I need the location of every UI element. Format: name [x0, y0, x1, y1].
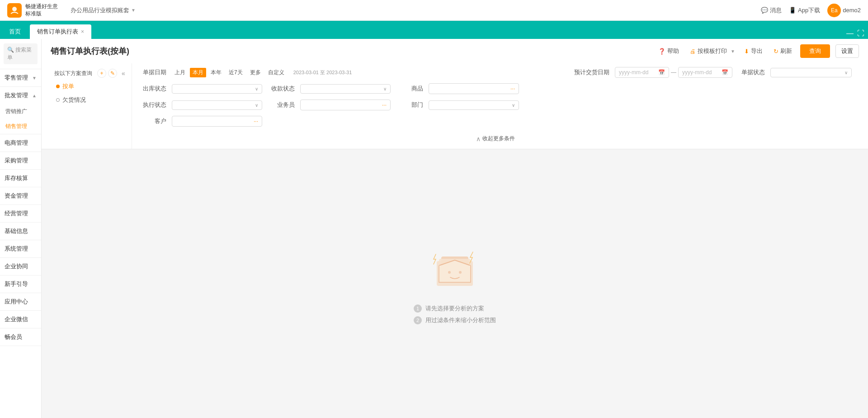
- filter-nav-item-stock[interactable]: 欠货情况: [51, 93, 132, 107]
- sidebar-section-finance-header[interactable]: 资金管理: [0, 187, 41, 204]
- sidebar-section-basic: 基础信息: [0, 223, 41, 240]
- help-button[interactable]: ❓ 帮助: [656, 45, 682, 57]
- sidebar-section-guide-header[interactable]: 新手引导: [0, 276, 41, 293]
- page-title: 销售订单执行表(按单): [51, 46, 129, 57]
- sidebar-section-ecommerce-header[interactable]: 电商管理: [0, 134, 41, 152]
- page-content: 销售订单执行表(按单) ❓ 帮助 🖨 按模板打印 ▼ ⬇: [42, 39, 868, 418]
- dept-select-arrow-icon: ∨: [512, 103, 515, 108]
- date-tab-custom[interactable]: 自定义: [265, 68, 287, 77]
- main-layout: 🔍 搜索菜单 零售管理 ▼ 批发管理 ▲ 营销推广 销售管理: [0, 39, 868, 418]
- tab-minimize-button[interactable]: —: [846, 30, 854, 37]
- tab-maximize-button[interactable]: ⛶: [857, 30, 864, 37]
- empty-state: 1 请先选择要分析的方案 2 用过滤条件来缩小分析范围: [414, 243, 496, 324]
- export-button[interactable]: ⬇ 导出: [741, 45, 765, 57]
- svg-point-4: [448, 271, 451, 274]
- logo-area: 畅捷通好生意 标准版: [7, 3, 58, 18]
- sidebar-section-basic-header[interactable]: 基础信息: [0, 223, 41, 240]
- sidebar-section-wechat-header[interactable]: 企业微信: [0, 311, 41, 328]
- message-icon: 💬: [761, 7, 768, 14]
- salesperson-filter-label: 业务员: [268, 101, 295, 109]
- delivery-status-label: 出库状态: [139, 85, 166, 93]
- payment-status-select[interactable]: ∨: [300, 84, 391, 94]
- print-button[interactable]: 🖨 按模板打印: [687, 45, 730, 57]
- payment-select-arrow-icon: ∨: [383, 86, 387, 91]
- customer-filter-label: 客户: [139, 117, 166, 125]
- date-tab-this-month[interactable]: 本月: [190, 68, 206, 77]
- search-button[interactable]: 查询: [800, 44, 830, 58]
- export-icon: ⬇: [744, 48, 749, 55]
- sidebar-item-marketing[interactable]: 营销推广: [0, 104, 41, 119]
- sidebar-section-inventory-header[interactable]: 库存核算: [0, 170, 41, 187]
- calendar-start-icon: 📅: [658, 69, 665, 76]
- sidebar-section-operations: 经营管理: [0, 205, 41, 223]
- top-header: 畅捷通好生意 标准版 办公用品行业模拟账套 ▼ 💬 消息 📱 App下载 Ea …: [0, 0, 868, 21]
- filter-collapse-button[interactable]: «: [119, 69, 128, 78]
- exec-status-select[interactable]: ∨: [172, 100, 262, 110]
- tab-close-icon[interactable]: ×: [81, 29, 84, 34]
- empty-tips: 1 请先选择要分析的方案 2 用过滤条件来缩小分析范围: [414, 304, 496, 324]
- collapse-conditions-button[interactable]: ∧ 收起更多条件: [139, 132, 852, 145]
- nav-suite-selector[interactable]: 办公用品行业模拟账套 ▼: [67, 5, 139, 16]
- sidebar-section-member-header[interactable]: 畅会员: [0, 328, 41, 346]
- status-select[interactable]: ∨: [770, 68, 852, 77]
- sidebar-section-collab-header[interactable]: 企业协同: [0, 258, 41, 275]
- sidebar-section-apps: 应用中心: [0, 293, 41, 311]
- message-button[interactable]: 💬 消息: [761, 6, 782, 14]
- sidebar-section-apps-header[interactable]: 应用中心: [0, 293, 41, 310]
- filter-row-delivery: 出库状态 ∨ 收款状态 ∨ 商品 ···: [139, 83, 852, 94]
- product-select[interactable]: ···: [429, 83, 519, 94]
- filter-add-button[interactable]: +: [97, 69, 106, 78]
- sidebar-section-purchase-header[interactable]: 采购管理: [0, 152, 41, 169]
- sidebar-section-purchase: 采购管理: [0, 152, 41, 170]
- customer-select[interactable]: ···: [172, 116, 262, 127]
- page-actions: ❓ 帮助 🖨 按模板打印 ▼ ⬇ 导出: [656, 44, 859, 58]
- refresh-button[interactable]: ↻ 刷新: [771, 45, 795, 57]
- filter-edit-button[interactable]: ✎: [108, 69, 117, 78]
- svg-point-0: [12, 7, 17, 11]
- filter-nav-active-dot: [56, 85, 60, 88]
- filter-area: 按以下方案查询 + ✎ « 按单 欠货情况: [51, 63, 859, 149]
- delivery-status-select[interactable]: ∨: [172, 84, 262, 94]
- print-dropdown-arrow-icon[interactable]: ▼: [730, 47, 736, 56]
- filter-row-date: 单据日期 上月 本月 本年 近7天 更多 自定义 2023-03-01 至 20…: [139, 67, 852, 78]
- product-filter-label: 商品: [396, 85, 423, 93]
- sidebar-section-inventory: 库存核算: [0, 170, 41, 187]
- tip-num-2: 2: [414, 316, 422, 324]
- settings-button[interactable]: 设置: [835, 44, 859, 58]
- avatar: Ea: [827, 4, 841, 17]
- status-filter-label: 单据状态: [738, 68, 765, 76]
- sidebar-section-wechat: 企业微信: [0, 311, 41, 328]
- filter-sidebar-buttons: + ✎ «: [97, 69, 128, 78]
- tab-home[interactable]: 首页: [2, 24, 28, 39]
- date-tab-more[interactable]: 更多: [247, 68, 264, 77]
- filter-main: 单据日期 上月 本月 本年 近7天 更多 自定义 2023-03-01 至 20…: [132, 63, 859, 149]
- empty-tip-1: 1 请先选择要分析的方案: [414, 304, 496, 313]
- tab-bar: 首页 销售订单执行表 × — ⛶: [0, 21, 868, 39]
- user-menu[interactable]: Ea demo2: [827, 4, 861, 17]
- sidebar-section-retail-header[interactable]: 零售管理 ▼: [0, 69, 41, 86]
- sidebar-search-area: 🔍 搜索菜单: [0, 39, 41, 69]
- dept-select[interactable]: ∨: [429, 100, 519, 110]
- sidebar-section-wholesale-header[interactable]: 批发管理 ▲: [0, 87, 41, 104]
- app-download-button[interactable]: 📱 App下载: [789, 6, 820, 14]
- filter-row-exec: 执行状态 ∨ 业务员 ··· 部门 ∨: [139, 100, 852, 110]
- date-tab-last-month[interactable]: 上月: [172, 68, 188, 77]
- calendar-end-icon: 📅: [722, 69, 728, 76]
- sidebar-search-button[interactable]: 🔍 搜索菜单: [4, 43, 38, 64]
- expected-delivery-start-input[interactable]: yyyy-mm-dd 📅: [615, 67, 669, 78]
- filter-sidebar-header: 按以下方案查询 + ✎ «: [51, 67, 132, 80]
- empty-tip-2: 2 用过滤条件来缩小分析范围: [414, 316, 496, 324]
- sidebar-section-system-header[interactable]: 系统管理: [0, 240, 41, 257]
- salesperson-select[interactable]: ···: [300, 100, 391, 110]
- dept-filter-label: 部门: [396, 101, 423, 109]
- date-tab-last-7-days[interactable]: 近7天: [226, 68, 245, 77]
- date-tab-this-year[interactable]: 本年: [208, 68, 224, 77]
- empty-state-illustration: [428, 243, 482, 297]
- page-title-row: 销售订单执行表(按单) ❓ 帮助 🖨 按模板打印 ▼ ⬇: [51, 44, 859, 58]
- expected-delivery-end-input[interactable]: yyyy-mm-dd 📅: [678, 67, 732, 78]
- tab-sales-order[interactable]: 销售订单执行表 ×: [30, 24, 91, 39]
- app-logo-icon: [7, 3, 22, 18]
- filter-nav-item-order[interactable]: 按单: [51, 80, 132, 93]
- sidebar-item-sales[interactable]: 销售管理: [0, 119, 41, 134]
- sidebar-section-operations-header[interactable]: 经营管理: [0, 205, 41, 222]
